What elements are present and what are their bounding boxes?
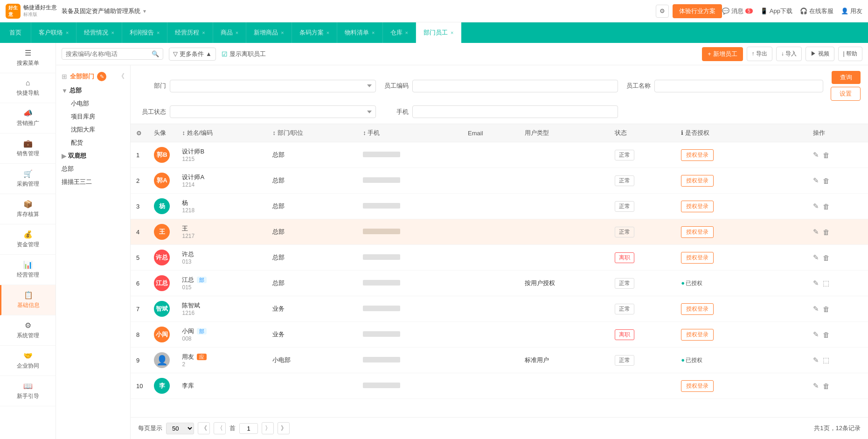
close-icon[interactable]: ×: [236, 30, 238, 35]
emp-status-select[interactable]: [170, 105, 376, 118]
dept-node-zongbu2[interactable]: 总部: [56, 162, 130, 175]
edit-button[interactable]: ✎: [813, 382, 819, 390]
edit-button[interactable]: ✎: [813, 356, 819, 364]
close-icon-active[interactable]: ×: [451, 30, 453, 35]
search-input[interactable]: [66, 50, 150, 57]
edit-button[interactable]: ✎: [813, 176, 819, 185]
tab-dept-emp[interactable]: 部门员工 ×: [416, 22, 461, 43]
auth-login-button[interactable]: 授权登录: [681, 226, 714, 238]
tab-history[interactable]: 经营历程 ×: [167, 22, 213, 43]
auth-login-button[interactable]: 授权登录: [681, 175, 714, 187]
tab-home[interactable]: 首页: [0, 22, 31, 43]
online-service-button[interactable]: 🎧 在线客服: [800, 7, 833, 15]
col-settings[interactable]: ⚙: [131, 124, 148, 142]
edit-button[interactable]: ✎: [813, 279, 819, 287]
set-button[interactable]: 设置: [831, 87, 861, 101]
query-button[interactable]: 查询: [832, 71, 861, 84]
delete-button[interactable]: 🗑: [823, 305, 830, 313]
export-button[interactable]: ↑ 导出: [747, 47, 772, 61]
close-icon[interactable]: ×: [202, 30, 205, 35]
close-icon[interactable]: ×: [405, 30, 408, 35]
edit-button[interactable]: ✎: [813, 151, 819, 159]
dept-node-distribution[interactable]: 配货: [62, 136, 130, 149]
show-resigned-checkbox[interactable]: ☑ 显示离职员工: [222, 50, 266, 58]
edit-button[interactable]: ✎: [813, 202, 819, 210]
app-download-button[interactable]: 📱 App下载: [760, 7, 792, 15]
sidebar-item-sales[interactable]: 💼 销售管理: [0, 133, 56, 164]
add-employee-button[interactable]: + 新增员工: [702, 47, 743, 61]
tab-profit[interactable]: 利润报告 ×: [122, 22, 167, 43]
dept-node-project[interactable]: 项目库房: [62, 110, 130, 123]
tab-operation[interactable]: 经营情况 ×: [76, 22, 122, 43]
tab-new-goods[interactable]: 新增商品 ×: [246, 22, 292, 43]
more-filter-button[interactable]: ▽ 更多条件 ▲: [169, 48, 216, 61]
next-page-button[interactable]: 〉: [262, 422, 274, 434]
tab-customer[interactable]: 客户联络 ×: [31, 22, 76, 43]
dept-node-xiaodian[interactable]: 小电部: [62, 97, 130, 110]
collapse-button[interactable]: 《: [118, 72, 125, 81]
close-icon[interactable]: ×: [111, 30, 114, 35]
tab-warehouse[interactable]: 仓库 ×: [383, 22, 416, 43]
sidebar-item-system[interactable]: ⚙ 系统管理: [0, 315, 56, 346]
sidebar-item-marketing[interactable]: 📣 营销推广: [0, 103, 56, 133]
sidebar-item-guide[interactable]: 📖 新手引导: [0, 376, 56, 406]
edit-button[interactable]: ✎: [813, 330, 819, 339]
sidebar-item-collab[interactable]: 🤝 企业协同: [0, 346, 56, 376]
auth-login-button[interactable]: 授权登录: [681, 329, 714, 341]
sidebar-item-purchase[interactable]: 🛒 采购管理: [0, 164, 56, 194]
auth-login-button[interactable]: 授权登录: [681, 201, 714, 212]
delete-button[interactable]: 🗑: [823, 331, 830, 339]
emp-name-input[interactable]: [654, 80, 823, 92]
delete-button[interactable]: ⬚: [823, 356, 829, 364]
page-number-input[interactable]: [239, 423, 258, 434]
message-button[interactable]: 💬 消息 5: [722, 7, 753, 15]
edit-button[interactable]: ✎: [813, 228, 819, 236]
auth-login-button[interactable]: 授权登录: [681, 252, 714, 264]
tab-barcode[interactable]: 条码方案 ×: [292, 22, 337, 43]
delete-button[interactable]: 🗑: [823, 202, 830, 210]
dropdown-arrow-icon[interactable]: ▾: [143, 8, 146, 14]
sidebar-item-search[interactable]: ☰ 搜索菜单: [0, 43, 56, 73]
last-page-button[interactable]: 》: [278, 422, 290, 434]
close-icon[interactable]: ×: [372, 30, 375, 35]
auth-login-button[interactable]: 授权登录: [681, 380, 714, 392]
col-dept[interactable]: ↕ 部门/职位: [267, 124, 357, 142]
grid-icon[interactable]: ⊞: [62, 73, 67, 80]
dept-select[interactable]: [170, 80, 376, 92]
help-button[interactable]: | 帮助: [838, 47, 862, 61]
close-icon[interactable]: ×: [66, 30, 69, 35]
dept-node-shuang[interactable]: ▶ 双鹿想: [56, 149, 130, 162]
phone-input[interactable]: [412, 105, 618, 118]
all-dept-label[interactable]: 全部部门: [70, 72, 94, 81]
dept-node-miaomiao[interactable]: 描描王三二: [56, 175, 130, 188]
user-area[interactable]: 👤 用友: [841, 7, 862, 15]
per-page-select[interactable]: 50 20 100: [166, 423, 194, 434]
settings-button[interactable]: ⚙: [656, 5, 669, 18]
delete-button[interactable]: 🗑: [823, 151, 830, 159]
delete-button[interactable]: 🗑: [823, 382, 830, 390]
import-button[interactable]: ↓ 导入: [776, 47, 802, 61]
dept-node-shenyang[interactable]: 沈阳大库: [62, 123, 130, 136]
sidebar-item-operation[interactable]: 📊 经营管理: [0, 255, 56, 285]
sidebar-item-basic[interactable]: 📋 基础信息: [0, 285, 56, 315]
close-icon[interactable]: ×: [281, 30, 284, 35]
delete-button[interactable]: ⬚: [823, 279, 829, 287]
auth-login-button[interactable]: 授权登录: [681, 149, 714, 161]
video-button[interactable]: ▶ 视频: [806, 47, 834, 61]
prev-page-button[interactable]: 〈: [214, 422, 226, 434]
emp-code-input[interactable]: [412, 80, 618, 92]
auth-login-button[interactable]: 授权登录: [681, 303, 714, 315]
dept-edit-icon[interactable]: ✎: [97, 72, 106, 81]
col-name[interactable]: ↕ 姓名/编码: [176, 124, 267, 142]
sidebar-item-inventory[interactable]: 📦 库存核算: [0, 194, 56, 224]
trial-button[interactable]: 体验行业方案: [673, 4, 722, 18]
tab-goods[interactable]: 商品 ×: [213, 22, 246, 43]
dept-node-zongbu-parent[interactable]: ▼ 总部: [56, 84, 130, 97]
sidebar-item-finance[interactable]: 💰 资金管理: [0, 224, 56, 255]
delete-button[interactable]: 🗑: [823, 228, 830, 236]
edit-button[interactable]: ✎: [813, 305, 819, 313]
tab-bom[interactable]: 物料清单 ×: [337, 22, 382, 43]
close-icon[interactable]: ×: [326, 30, 329, 35]
sidebar-item-quick-nav[interactable]: ⌂ 快捷导航: [0, 73, 56, 103]
first-page-button[interactable]: 《: [198, 422, 210, 434]
